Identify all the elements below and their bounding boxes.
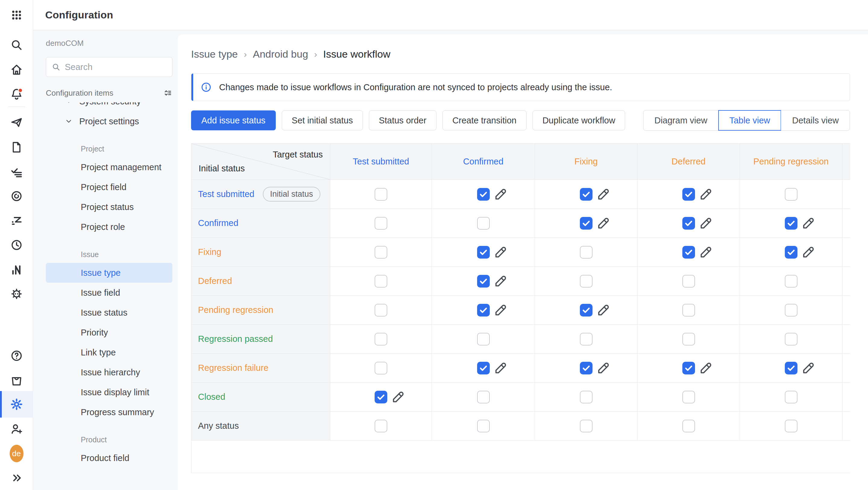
transition-checkbox[interactable] [477, 362, 490, 374]
send-icon[interactable] [10, 116, 24, 129]
add-member-icon[interactable] [10, 422, 24, 436]
view-segment-details-view[interactable]: Details view [781, 110, 849, 131]
transition-checkbox[interactable] [580, 275, 592, 288]
transition-checkbox[interactable] [375, 333, 387, 345]
tree-item-system-security[interactable]: System security [33, 102, 178, 111]
transition-checkbox[interactable] [682, 217, 695, 230]
transition-checkbox[interactable] [580, 333, 592, 345]
add-issue-status-button[interactable]: Add issue status [191, 110, 276, 131]
transition-checkbox[interactable] [682, 275, 695, 288]
sidebar-search[interactable] [46, 57, 173, 77]
app-grid-icon[interactable] [10, 8, 24, 22]
transition-checkbox[interactable] [785, 275, 798, 288]
transition-checkbox[interactable] [477, 333, 490, 345]
transition-checkbox[interactable] [375, 246, 387, 259]
edit-transition-icon[interactable] [494, 245, 507, 259]
edit-transition-icon[interactable] [699, 245, 713, 259]
transition-checkbox[interactable] [682, 188, 695, 201]
transition-checkbox[interactable] [375, 217, 387, 230]
transition-checkbox[interactable] [580, 246, 592, 259]
status-order-button[interactable]: Status order [369, 110, 436, 131]
notifications-bell-icon[interactable] [10, 87, 24, 101]
breadcrumb-item-issue-type[interactable]: Issue type [191, 48, 238, 60]
transition-checkbox[interactable] [785, 246, 798, 259]
view-segment-diagram-view[interactable]: Diagram view [644, 110, 718, 131]
sidebar-item-issue-type[interactable]: Issue type [46, 263, 173, 283]
automation-icon[interactable] [10, 287, 24, 301]
sidebar-item-priority[interactable]: Priority [46, 322, 173, 342]
transition-checkbox[interactable] [477, 217, 490, 230]
transition-checkbox[interactable] [580, 217, 592, 230]
transition-checkbox[interactable] [785, 391, 798, 403]
sidebar-item-project-field[interactable]: Project field [46, 177, 173, 197]
transition-checkbox[interactable] [477, 391, 490, 403]
create-transition-button[interactable]: Create transition [442, 110, 527, 131]
edit-transition-icon[interactable] [494, 274, 507, 288]
sidebar-item-project-management[interactable]: Project management [46, 157, 173, 177]
search-icon[interactable] [10, 38, 24, 52]
transition-checkbox[interactable] [785, 362, 798, 374]
edit-transition-icon[interactable] [699, 217, 713, 230]
transition-checkbox[interactable] [477, 304, 490, 317]
transition-checkbox[interactable] [682, 420, 695, 432]
sidebar-item-progress-summary[interactable]: Progress summary [46, 402, 173, 422]
help-icon[interactable] [10, 349, 24, 363]
edit-transition-icon[interactable] [494, 188, 507, 201]
edit-transition-icon[interactable] [596, 217, 610, 230]
transition-checkbox[interactable] [682, 362, 695, 374]
chart-icon[interactable] [10, 262, 24, 277]
clock-icon[interactable] [10, 238, 24, 252]
edit-transition-icon[interactable] [596, 303, 610, 317]
sidebar-item-product-field[interactable]: Product field [46, 448, 173, 468]
bag-icon[interactable] [10, 373, 24, 387]
edit-transition-icon[interactable] [801, 361, 815, 375]
edit-transition-icon[interactable] [801, 217, 815, 230]
duplicate-workflow-button[interactable]: Duplicate workflow [532, 110, 625, 131]
transition-checkbox[interactable] [580, 420, 592, 432]
transition-checkbox[interactable] [682, 391, 695, 403]
home-icon[interactable] [10, 63, 24, 77]
edit-transition-icon[interactable] [801, 245, 815, 259]
transition-checkbox[interactable] [785, 188, 798, 201]
transition-checkbox[interactable] [477, 420, 490, 432]
sidebar-item-project-role[interactable]: Project role [46, 217, 173, 237]
file-icon[interactable] [10, 140, 24, 154]
sprint-icon[interactable] [10, 189, 24, 203]
edit-transition-icon[interactable] [596, 361, 610, 375]
settings-gear-icon[interactable] [10, 397, 24, 411]
view-segment-table-view[interactable]: Table view [718, 110, 781, 131]
transition-checkbox[interactable] [375, 188, 387, 201]
transition-checkbox[interactable] [477, 275, 490, 288]
edit-transition-icon[interactable] [494, 361, 507, 375]
sidebar-item-issue-display-limit[interactable]: Issue display limit [46, 382, 173, 402]
transition-checkbox[interactable] [785, 304, 798, 317]
search-input[interactable] [65, 62, 167, 72]
transition-checkbox[interactable] [477, 246, 490, 259]
transition-checkbox[interactable] [375, 362, 387, 374]
transition-checkbox[interactable] [785, 217, 798, 230]
edit-transition-icon[interactable] [699, 361, 713, 375]
transition-checkbox[interactable] [580, 304, 592, 317]
collapse-chevrons-icon[interactable] [10, 471, 24, 485]
transition-checkbox[interactable] [375, 275, 387, 288]
edit-transition-icon[interactable] [699, 188, 713, 201]
edit-transition-icon[interactable] [596, 188, 610, 201]
avatar[interactable]: de [10, 446, 24, 460]
breadcrumb-item-android-bug[interactable]: Android bug [253, 48, 308, 60]
sidebar-item-project-status[interactable]: Project status [46, 197, 173, 217]
transition-checkbox[interactable] [682, 304, 695, 317]
sidebar-item-issue-field[interactable]: Issue field [46, 283, 173, 302]
transition-checkbox[interactable] [477, 188, 490, 201]
transition-checkbox[interactable] [580, 362, 592, 374]
sidebar-item-link-type[interactable]: Link type [46, 342, 173, 363]
set-initial-status-button[interactable]: Set initial status [282, 110, 363, 131]
transition-checkbox[interactable] [375, 304, 387, 317]
sidebar-item-issue-status[interactable]: Issue status [46, 302, 173, 322]
sidebar-item-issue-hierarchy[interactable]: Issue hierarchy [46, 363, 173, 382]
transition-checkbox[interactable] [580, 188, 592, 201]
transition-checkbox[interactable] [580, 391, 592, 403]
tree-item-project-settings[interactable]: Project settings [33, 111, 178, 131]
wiki-icon[interactable] [10, 213, 24, 228]
transition-checkbox[interactable] [375, 391, 387, 403]
transition-checkbox[interactable] [682, 333, 695, 345]
